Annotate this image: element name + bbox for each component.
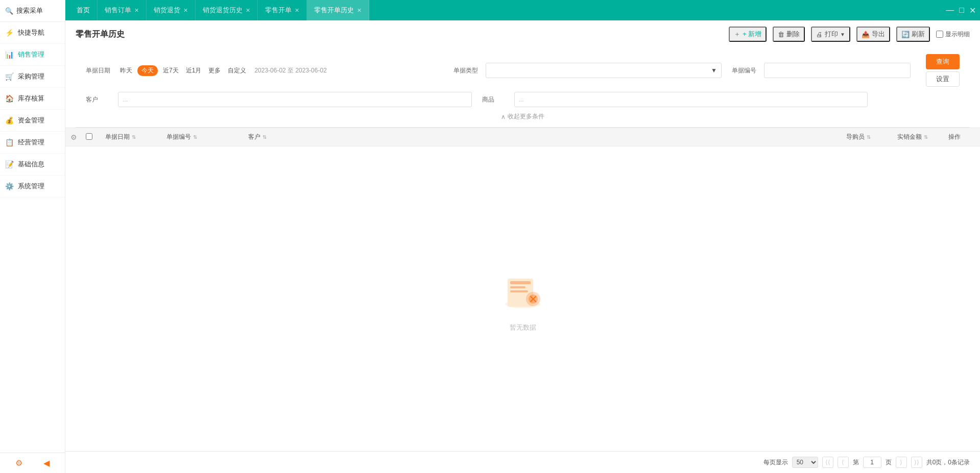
add-button[interactable]: ＋ + 新增: [729, 27, 767, 42]
next-page-btn[interactable]: ⟩: [896, 457, 907, 468]
date-opt-today[interactable]: 今天: [137, 65, 158, 76]
svg-rect-4: [510, 290, 528, 292]
close-tab-sales-return[interactable]: ✕: [183, 7, 188, 14]
refresh-button[interactable]: 🔄 刷新: [896, 27, 930, 42]
per-page-select[interactable]: 50 100 200: [792, 457, 818, 468]
page-input[interactable]: [863, 457, 881, 468]
add-icon: ＋: [734, 30, 740, 39]
empty-illustration: [497, 266, 548, 317]
sidebar-item-system[interactable]: ⚙️ 系统管理: [0, 176, 65, 197]
sidebar-item-label: 快捷导航: [18, 28, 44, 37]
filter-docnum-item: 单据编号: [732, 63, 911, 78]
sidebar-item-label: 销售管理: [18, 50, 44, 59]
toolbar-actions: ＋ + 新增 🗑 删除 🖨 打印 ▼ 📤 导出: [729, 27, 970, 42]
sidebar-search-label: 搜索采单: [16, 6, 43, 15]
close-window-button[interactable]: ✕: [969, 6, 976, 15]
docnum-input[interactable]: [764, 63, 911, 78]
sidebar-bottom: ⚙ ◀: [0, 453, 65, 473]
date-range: 2023-06-02 至 2023-06-02: [254, 66, 326, 75]
sidebar-item-purchase-mgmt[interactable]: 🛒 采购管理: [0, 66, 65, 88]
export-button[interactable]: 📤 导出: [856, 27, 890, 42]
last-page-btn[interactable]: ⟩⟩: [911, 457, 922, 468]
select-all-checkbox-cell: [86, 133, 101, 141]
settings-bottom-icon[interactable]: ⚙: [15, 458, 22, 468]
per-page-label: 每页显示: [763, 458, 788, 467]
first-page-btn[interactable]: ⟨⟨: [822, 457, 833, 468]
sidebar-item-inventory[interactable]: 🏠 库存核算: [0, 88, 65, 110]
customer-input[interactable]: ...: [118, 92, 472, 107]
sidebar-item-label: 基础信息: [18, 160, 44, 169]
date-opt-1month[interactable]: 近1月: [184, 65, 204, 76]
page-suffix: 页: [886, 458, 892, 467]
tab-sales-return[interactable]: 销货退货 ✕: [147, 0, 196, 20]
doctype-dropdown-icon: ▼: [711, 67, 717, 74]
sidebar-item-operation[interactable]: 📋 经营管理: [0, 132, 65, 154]
sidebar-item-sales-mgmt[interactable]: 📊 销售管理: [0, 44, 65, 66]
finance-icon: 💰: [5, 116, 14, 125]
purchase-mgmt-icon: 🛒: [5, 72, 14, 81]
refresh-icon: 🔄: [901, 31, 910, 38]
th-customer[interactable]: 客户 ⇅: [244, 133, 842, 141]
tab-retail-open[interactable]: 零售开单 ✕: [258, 0, 307, 20]
date-opt-yesterday[interactable]: 昨天: [118, 65, 134, 76]
page-label: 第: [853, 458, 859, 467]
goods-input[interactable]: ...: [514, 92, 868, 107]
sort-guide-icon: ⇅: [867, 134, 871, 140]
th-guide[interactable]: 导购员 ⇅: [842, 133, 893, 141]
sidebar-nav: ⚡ 快捷导航 📊 销售管理 🛒 采购管理 🏠 库存核算 💰 资金管理 📋 经营管…: [0, 22, 65, 453]
collapse-text: 收起更多条件: [508, 112, 544, 121]
content: 零售开单历史 ＋ + 新增 🗑 删除 🖨 打印 ▼: [65, 20, 980, 473]
prev-page-btn[interactable]: ⟨: [838, 457, 849, 468]
th-amount-label: 实销金额: [897, 133, 922, 141]
close-tab-sales-return-history[interactable]: ✕: [246, 7, 250, 14]
close-tab-sales-order[interactable]: ✕: [134, 7, 139, 14]
sidebar-item-basic-info[interactable]: 📝 基础信息: [0, 154, 65, 176]
th-num[interactable]: 单据编号 ⇅: [162, 133, 244, 141]
show-detail-checkbox[interactable]: [936, 31, 943, 38]
close-tab-retail-open[interactable]: ✕: [295, 7, 299, 14]
page-header: 零售开单历史 ＋ + 新增 🗑 删除 🖨 打印 ▼: [65, 20, 980, 128]
tab-sales-order[interactable]: 销售订单 ✕: [98, 0, 147, 20]
maximize-button[interactable]: □: [959, 6, 964, 15]
main: 首页 销售订单 ✕ 销货退货 ✕ 销货退货历史 ✕ 零售开单 ✕ 零售开单历史 …: [65, 0, 980, 473]
settings-button[interactable]: 设置: [926, 71, 960, 87]
date-opt-7days[interactable]: 近7天: [161, 65, 181, 76]
sidebar-item-label: 系统管理: [18, 182, 44, 191]
close-tab-retail-history[interactable]: ✕: [357, 7, 362, 14]
sidebar-item-quick-nav[interactable]: ⚡ 快捷导航: [0, 22, 65, 44]
doctype-select[interactable]: ▼: [486, 63, 722, 78]
sales-mgmt-icon: 📊: [5, 51, 14, 59]
system-icon: ⚙️: [5, 182, 14, 190]
print-button[interactable]: 🖨 打印 ▼: [811, 27, 850, 42]
inventory-icon: 🏠: [5, 94, 14, 103]
tab-sales-return-history[interactable]: 销货退货历史 ✕: [196, 0, 258, 20]
filter-goods-item: 商品 ...: [482, 92, 868, 107]
select-all-checkbox[interactable]: [86, 133, 92, 140]
sidebar-item-label: 库存核算: [18, 94, 44, 103]
tab-retail-history[interactable]: 零售开单历史 ✕: [307, 0, 369, 20]
date-opt-custom[interactable]: 自定义: [226, 65, 248, 76]
export-icon: 📤: [862, 31, 870, 38]
tabbar-right: — □ ✕: [946, 6, 976, 15]
sidebar-item-label: 资金管理: [18, 116, 44, 125]
quick-nav-icon: ⚡: [5, 29, 14, 37]
collapse-conditions[interactable]: ∧ 收起更多条件: [86, 112, 960, 121]
th-date[interactable]: 单据日期 ⇅: [101, 133, 162, 141]
operation-icon: 📋: [5, 138, 14, 146]
date-opt-more[interactable]: 更多: [206, 65, 223, 76]
th-amount[interactable]: 实销金额 ⇅: [893, 133, 944, 141]
column-settings-icon[interactable]: ⚙: [70, 133, 86, 141]
filter-customer-item: 客户 ...: [86, 92, 472, 107]
collapse-sidebar-icon[interactable]: ◀: [43, 458, 50, 468]
query-button[interactable]: 查询: [926, 54, 960, 69]
sidebar-search[interactable]: 🔍 搜索采单: [0, 0, 65, 22]
tab-home[interactable]: 首页: [69, 0, 98, 20]
print-dropdown-icon: ▼: [840, 32, 845, 37]
table-body: 暂无数据: [65, 146, 980, 451]
minimize-button[interactable]: —: [946, 6, 954, 15]
delete-button[interactable]: 🗑 删除: [773, 27, 805, 42]
table-wrapper: ⚙ 单据日期 ⇅ 单据编号 ⇅ 客户 ⇅ 导购员 ⇅: [65, 128, 980, 451]
sidebar-item-finance[interactable]: 💰 资金管理: [0, 110, 65, 132]
sidebar-item-label: 经营管理: [18, 138, 44, 147]
collapse-icon: ∧: [501, 113, 506, 120]
